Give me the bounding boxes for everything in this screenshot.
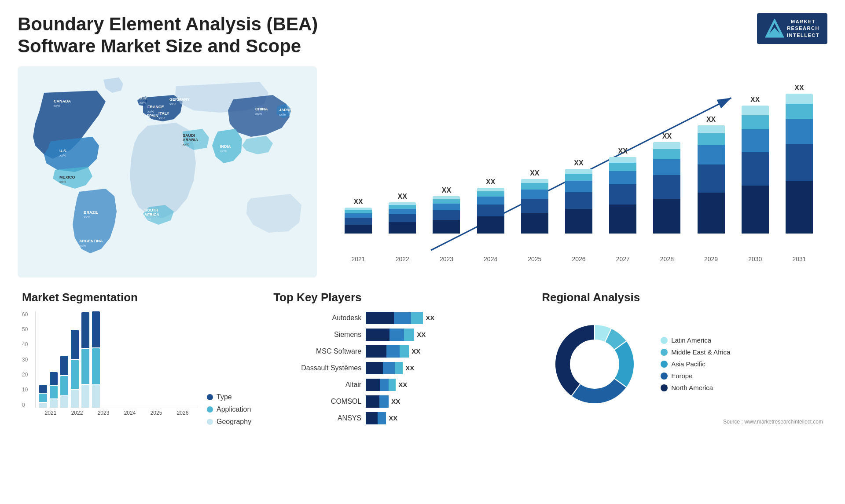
- svg-text:AFRICA: AFRICA: [144, 212, 159, 217]
- bar-chart-section: XXXXXXXXXXXXXXXXXXXXXX 20212022202320242…: [330, 66, 827, 278]
- seg-bar: [71, 330, 79, 359]
- player-xx-label: XX: [417, 331, 426, 338]
- player-bar-container: XX: [366, 345, 520, 358]
- seg-legend: TypeApplicationGeography: [207, 393, 251, 426]
- seg-y-label: 50: [22, 326, 28, 332]
- year-label: 2031: [780, 256, 819, 263]
- svg-text:CANADA: CANADA: [54, 99, 71, 103]
- bar-group: XX: [339, 84, 378, 234]
- legend-item: Application: [207, 405, 251, 413]
- svg-text:xx%: xx%: [144, 217, 151, 221]
- year-labels: 2021202220232024202520262027202820292030…: [339, 253, 819, 263]
- legend-dot: [207, 394, 213, 400]
- bars-container: XXXXXXXXXXXXXXXXXXXXXX: [339, 84, 819, 251]
- svg-text:U.S.: U.S.: [59, 149, 67, 153]
- world-map-svg: CANADA xx% U.S. xx% MEXICO xx% BRAZIL xx…: [18, 66, 317, 278]
- player-name: Dassault Systèmes: [273, 364, 361, 372]
- seg-year-group: [71, 311, 79, 408]
- player-row: SiemensXX: [273, 328, 520, 341]
- svg-text:SOUTH: SOUTH: [144, 208, 158, 212]
- player-bar-container: XX: [366, 378, 520, 391]
- regional-section: Regional Analysis Latin AmericaMiddle Ea…: [537, 286, 827, 491]
- svg-text:xx%: xx%: [84, 215, 90, 219]
- seg-bar: [71, 390, 79, 407]
- players-section: Top Key Players AutodeskXXSiemensXXMSC S…: [269, 286, 524, 491]
- player-xx-label: XX: [411, 347, 420, 355]
- svg-text:ARGENTINA: ARGENTINA: [79, 239, 103, 243]
- seg-bar: [92, 385, 100, 408]
- world-map-section: CANADA xx% U.S. xx% MEXICO xx% BRAZIL xx…: [18, 66, 317, 278]
- year-label: 2021: [339, 256, 378, 263]
- seg-bar: [50, 386, 58, 398]
- seg-x-label: 2026: [171, 410, 195, 416]
- seg-x-label: 2023: [92, 410, 115, 416]
- svg-text:ARABIA: ARABIA: [183, 138, 198, 142]
- year-label: 2029: [692, 256, 731, 263]
- year-label: 2030: [736, 256, 775, 263]
- seg-bars-group: [35, 311, 198, 408]
- svg-text:MEXICO: MEXICO: [59, 175, 75, 179]
- regional-legend-dot: [661, 337, 668, 344]
- svg-text:BRAZIL: BRAZIL: [84, 210, 98, 215]
- seg-bar: [81, 349, 89, 384]
- regional-legend: Latin AmericaMiddle East & AfricaAsia Pa…: [661, 336, 730, 391]
- seg-bar: [71, 360, 79, 389]
- svg-text:xx%: xx%: [59, 153, 66, 157]
- seg-bars-area: 6050403020100 202120222023202420252026: [22, 311, 198, 426]
- regional-legend-label: North America: [671, 384, 713, 391]
- bar-group: XX: [559, 84, 598, 234]
- seg-y-label: 10: [22, 387, 28, 393]
- bar-label-top: XX: [442, 186, 451, 194]
- donut-svg: [542, 311, 647, 417]
- legend-item: Geography: [207, 418, 251, 426]
- legend-label: Geography: [217, 418, 251, 426]
- svg-text:xx%: xx%: [54, 104, 60, 108]
- seg-year-group: [81, 311, 89, 408]
- bar-group: XX: [471, 84, 510, 234]
- seg-x-label: 2021: [39, 410, 62, 416]
- page-title: Boundary Element Analysis (BEA) Software…: [18, 13, 378, 58]
- svg-text:INDIA: INDIA: [220, 144, 231, 149]
- player-row: ANSYSXX: [273, 412, 520, 425]
- donut-segment: [555, 325, 595, 396]
- logo-box: MARKET RESEARCH INTELLECT: [757, 13, 827, 44]
- seg-year-group: [39, 311, 47, 408]
- bar-label-top: XX: [398, 193, 407, 201]
- bar-label-top: XX: [530, 169, 539, 177]
- seg-y-label: 30: [22, 357, 28, 363]
- seg-bar: [81, 312, 89, 348]
- seg-x-label: 2025: [144, 410, 168, 416]
- donut-segment: [571, 378, 627, 404]
- bar-label-top: XX: [750, 96, 760, 104]
- svg-text:GERMANY: GERMANY: [169, 97, 190, 102]
- player-name: MSC Software: [273, 347, 361, 355]
- regional-legend-item: Asia Pacific: [661, 360, 730, 368]
- regional-legend-label: Latin America: [671, 336, 711, 344]
- donut-chart: [542, 311, 647, 417]
- svg-text:xx%: xx%: [183, 142, 189, 146]
- svg-text:FRANCE: FRANCE: [147, 105, 164, 109]
- regional-legend-label: Asia Pacific: [671, 360, 705, 368]
- regional-legend-dot: [661, 373, 668, 380]
- player-bar: [366, 312, 423, 324]
- player-row: Dassault SystèmesXX: [273, 362, 520, 375]
- svg-text:SPAIN: SPAIN: [147, 113, 158, 118]
- svg-text:CHINA: CHINA: [255, 107, 268, 111]
- player-xx-label: XX: [398, 381, 407, 388]
- logo-line3: INTELLECT: [787, 32, 819, 39]
- year-label: 2027: [603, 256, 642, 263]
- player-name: Autodesk: [273, 314, 361, 322]
- regional-legend-dot: [661, 361, 668, 368]
- regional-title: Regional Analysis: [542, 291, 823, 304]
- year-label: 2025: [515, 256, 554, 263]
- regional-legend-dot: [661, 349, 668, 356]
- logo-line1: MARKET: [787, 18, 819, 25]
- seg-x-label: 2024: [118, 410, 142, 416]
- seg-bar: [39, 385, 47, 393]
- regional-legend-label: Middle East & Africa: [671, 348, 730, 356]
- bar-label-top: XX: [662, 132, 672, 140]
- player-bar-container: XX: [366, 395, 520, 408]
- svg-text:U.K.: U.K.: [140, 96, 147, 100]
- legend-dot: [207, 406, 213, 413]
- player-row: COMSOLXX: [273, 395, 520, 408]
